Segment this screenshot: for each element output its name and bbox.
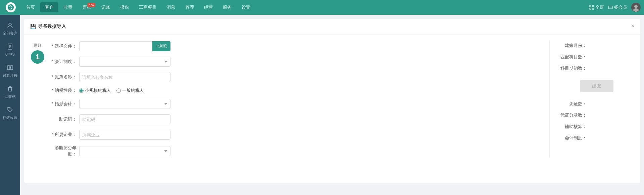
svg-point-8	[9, 23, 11, 26]
accounting-system-info-label: 会计制度：	[556, 135, 587, 141]
nav-item-invoice[interactable]: 票据 new	[78, 2, 96, 12]
svg-point-15	[9, 109, 9, 109]
new-badge: new	[88, 3, 95, 7]
svg-rect-3	[592, 8, 594, 9]
svg-rect-0	[590, 5, 591, 7]
nav-item-message[interactable]: 消息	[162, 2, 180, 12]
person-icon	[6, 21, 14, 29]
radio-group-tax: 小规模纳税人 一般纳税人	[79, 87, 144, 93]
info-row-build-month: 建账月份：	[556, 43, 637, 49]
accounting-system-select[interactable]	[79, 57, 170, 67]
nav-right: 全屏 畅会员	[589, 3, 641, 12]
file-input[interactable]	[79, 41, 152, 51]
nav-item-customer[interactable]: 客户	[40, 2, 58, 12]
form-grid: * 选择文件： +浏览 * 会计制度：	[50, 41, 170, 157]
history-year-select[interactable]	[79, 146, 170, 156]
avatar[interactable]	[631, 3, 641, 12]
dialog-body: 建账 1 * 选择文件： +浏览	[24, 35, 640, 164]
member-label: 畅会员	[614, 4, 627, 10]
file-label: * 选择文件：	[50, 43, 77, 49]
nav-item-industry[interactable]: 工商项目	[134, 2, 161, 12]
migrate-icon	[6, 64, 14, 72]
member-icon	[608, 5, 613, 10]
nav-item-tax[interactable]: 报税	[115, 2, 134, 12]
info-row-voucher-entry: 凭证分录数：	[556, 112, 637, 118]
form-row-accountant: * 指派会计：	[50, 99, 170, 109]
svg-rect-2	[590, 8, 591, 9]
file-icon	[6, 43, 14, 51]
voucher-count-label: 凭证数：	[556, 101, 587, 107]
accounting-system-label: * 会计制度：	[50, 59, 77, 65]
memo-label: 助记码：	[50, 116, 77, 122]
radio-general-input[interactable]	[116, 88, 121, 93]
browse-button[interactable]: +浏览	[152, 41, 170, 51]
dialog-header: 💾 导爷数据导入	[24, 19, 640, 35]
memo-input[interactable]	[79, 114, 170, 124]
nav-item-home[interactable]: 首页	[21, 2, 40, 12]
form-row-history-year: 参照历史年度：	[50, 145, 170, 157]
form-row-ledger-name: * 账簿名称：	[50, 72, 170, 82]
sidebar-item-declaration[interactable]: 0申报	[0, 39, 20, 60]
fullscreen-button[interactable]: 全屏	[589, 4, 604, 10]
step-circle: 1	[31, 50, 44, 64]
svg-point-6	[634, 5, 638, 8]
radio-small-input[interactable]	[79, 88, 84, 93]
trash-icon	[6, 85, 14, 93]
close-button[interactable]: ×	[631, 23, 635, 29]
radio-general-taxpayer[interactable]: 一般纳税人	[116, 87, 144, 93]
nav-item-bookkeeping[interactable]: 记账	[97, 2, 115, 12]
form-row-memo: 助记码：	[50, 114, 170, 124]
step-label: 建账	[34, 43, 42, 48]
radio-general-label: 一般纳税人	[122, 87, 144, 93]
info-row-voucher-count: 凭证数：	[556, 101, 637, 107]
build-button[interactable]: 建账	[580, 80, 613, 92]
nav-item-manage[interactable]: 管理	[181, 2, 199, 12]
dialog-title: 导爷数据导入	[38, 23, 66, 29]
voucher-entry-label: 凭证分录数：	[556, 112, 587, 118]
nav-item-operation[interactable]: 经营	[199, 2, 217, 12]
subject-initial-label: 科目期初数：	[556, 65, 587, 71]
accountant-label: * 指派会计：	[50, 101, 77, 107]
fullscreen-label: 全屏	[595, 4, 604, 10]
fullscreen-icon	[589, 5, 594, 10]
logo	[3, 0, 18, 15]
company-label: * 所属企业：	[50, 132, 77, 138]
tag-icon	[6, 106, 14, 114]
layout: 全部客户 0申报 账套迁移	[0, 15, 644, 195]
member-button[interactable]: 畅会员	[608, 4, 627, 10]
form-row-accounting-system: * 会计制度：	[50, 57, 170, 67]
sidebar-item-recycle-label: 回收站	[5, 94, 16, 99]
ledger-name-input[interactable]	[79, 72, 170, 82]
info-row-accounting-system-info: 会计制度：	[556, 135, 637, 141]
form-row-tax-type: * 纳税性质： 小规模纳税人 一般纳税人	[50, 87, 170, 93]
sidebar-item-tag-label: 标签设置	[3, 115, 17, 120]
info-section: 建账月份： 匹配科目数： 科目期初数： 建账	[549, 41, 637, 157]
form-row-file: * 选择文件： +浏览	[50, 41, 170, 51]
svg-rect-13	[7, 66, 10, 70]
svg-rect-1	[592, 5, 594, 7]
svg-point-7	[633, 8, 639, 12]
sidebar-item-tag[interactable]: 标签设置	[0, 103, 20, 124]
history-year-label: 参照历史年度：	[50, 145, 77, 157]
radio-small-taxpayer[interactable]: 小规模纳税人	[79, 87, 111, 93]
dialog-card: 💾 导爷数据导入 × 建账 1 * 选择文件：	[24, 19, 640, 183]
company-input[interactable]	[79, 130, 170, 140]
sidebar-item-migration[interactable]: 账套迁移	[0, 60, 20, 81]
sidebar-item-all-customers-label: 全部客户	[3, 31, 17, 36]
accountant-select[interactable]	[79, 99, 170, 109]
svg-rect-4	[608, 6, 612, 9]
nav-item-settings[interactable]: 设置	[237, 2, 255, 12]
sidebar-item-all-customers[interactable]: 全部客户	[0, 18, 20, 39]
sidebar-item-recycle[interactable]: 回收站	[0, 81, 20, 103]
sidebar-item-declaration-label: 0申报	[5, 52, 15, 57]
tax-type-label: * 纳税性质：	[50, 87, 77, 93]
nav-item-billing[interactable]: 收费	[59, 2, 77, 12]
nav-item-service[interactable]: 服务	[218, 2, 236, 12]
build-btn-wrap: 建账	[556, 77, 637, 95]
sidebar-item-migration-label: 账套迁移	[3, 73, 17, 78]
import-icon: 💾	[30, 24, 36, 29]
info-row-match-subject: 匹配科目数：	[556, 54, 637, 60]
sidebar: 全部客户 0申报 账套迁移	[0, 15, 20, 195]
radio-small-label: 小规模纳税人	[85, 87, 111, 93]
nav-items: 首页 客户 收费 票据 new 记账 报税 工商项目 消息 管理 经营 服务 设…	[21, 2, 589, 12]
